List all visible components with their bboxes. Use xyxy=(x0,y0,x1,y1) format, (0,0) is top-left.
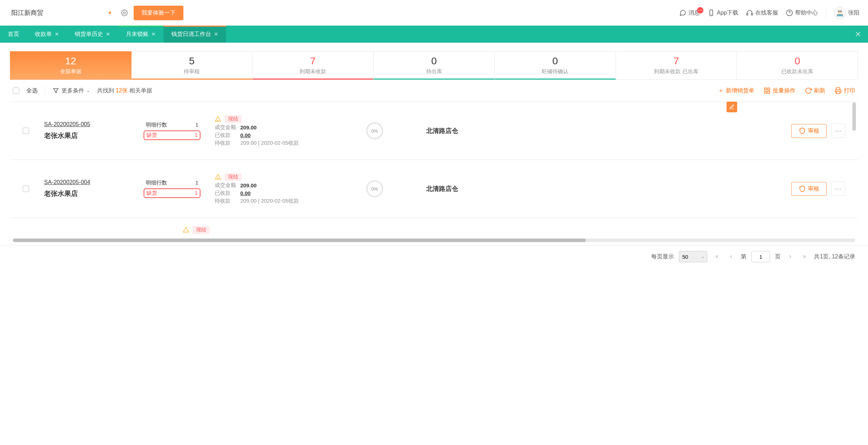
pending-label: 待收款 xyxy=(215,198,237,204)
edit-button[interactable] xyxy=(727,102,737,112)
company-name: 阳江新商贸 xyxy=(11,9,43,17)
batch-button[interactable]: 批量操作 xyxy=(763,87,795,95)
order-link[interactable]: SA-20200205-004 xyxy=(44,179,90,185)
avatar-icon xyxy=(834,7,846,19)
stockout-count: 1 xyxy=(195,132,198,139)
more-button[interactable]: ⋯ xyxy=(831,124,845,138)
add-order-button[interactable]: ＋ 新增销货单 xyxy=(718,87,754,95)
try-button[interactable]: 我要体验一下 xyxy=(134,6,183,20)
found-prefix: 共找到 xyxy=(97,87,114,93)
amount-label: 成交金额 xyxy=(215,124,237,131)
stat-label: 待审核 xyxy=(184,68,200,75)
found-suffix: 相关单据 xyxy=(129,87,152,93)
close-all-tabs[interactable] xyxy=(848,26,868,43)
help-center-label: 帮助中心 xyxy=(795,9,818,17)
page-summary: 共1页, 12条记录 xyxy=(814,253,855,261)
last-page-button[interactable] xyxy=(800,252,809,261)
close-icon[interactable]: ✕ xyxy=(55,31,59,37)
stat-accent xyxy=(495,79,616,80)
tab-2[interactable]: 销货单历史✕ xyxy=(67,26,118,43)
notification-dot-icon xyxy=(697,7,703,14)
plus-icon: ＋ xyxy=(718,87,724,95)
lines-label: 明细行数 xyxy=(146,179,167,186)
amount-col: 现结成交金额209.00已收款0.00待收款209.00 | 2020-02-0… xyxy=(215,172,343,205)
order-row: SA-20200205-004老张水果店明细行数1缺货1现结成交金额209.00… xyxy=(10,160,858,218)
received-value[interactable]: 0.00 xyxy=(240,190,251,196)
close-icon[interactable]: ✕ xyxy=(214,31,218,37)
tab-accent xyxy=(118,26,164,27)
tab-3[interactable]: 月末锁账✕ xyxy=(118,26,164,43)
received-value[interactable]: 0.00 xyxy=(240,132,251,138)
row-actions: 审核⋯ xyxy=(791,182,845,196)
stat-card-0[interactable]: 12全部单据 xyxy=(10,51,132,80)
prev-page-button[interactable] xyxy=(727,252,736,261)
stat-num: 7 xyxy=(674,56,679,66)
tab-0[interactable]: 首页 xyxy=(0,26,27,43)
scrollbar-thumb[interactable] xyxy=(13,238,586,242)
stat-row: 12全部单据5待审核7到期未收款0待出库0旺铺待确认7到期未收款 已出库0已收款… xyxy=(0,43,868,80)
help-center-link[interactable]: 帮助中心 xyxy=(786,9,818,17)
stat-card-3[interactable]: 0待出库 xyxy=(374,51,495,80)
more-filters-label: 更多条件 xyxy=(61,87,84,95)
stockout-label: 缺货 xyxy=(146,190,157,197)
tab-label: 月末锁账 xyxy=(126,31,149,38)
chevron-down-icon: ▼ xyxy=(107,10,112,16)
svg-rect-1 xyxy=(709,10,712,16)
received-label: 已收款 xyxy=(215,190,237,197)
per-page-select[interactable]: 50 xyxy=(679,251,707,262)
stat-card-2[interactable]: 7到期未收款 xyxy=(252,51,374,80)
stat-label: 到期未收款 已出库 xyxy=(654,68,698,75)
progress-col: 0% xyxy=(357,122,392,139)
online-cs-link[interactable]: 在线客服 xyxy=(746,9,778,17)
next-page-button[interactable] xyxy=(786,252,795,261)
stat-card-4[interactable]: 0旺铺待确认 xyxy=(495,51,616,80)
refresh-button[interactable]: 刷新 xyxy=(805,87,825,95)
top-bar: 阳江新商贸 ▼ 我要体验一下 消息 App下载 在线客服 帮助中心 张阳 xyxy=(0,0,868,26)
close-icon[interactable]: ✕ xyxy=(151,31,156,37)
more-button[interactable]: ⋯ xyxy=(831,182,845,196)
stat-card-6[interactable]: 0已收款未出库 xyxy=(737,51,858,80)
close-icon xyxy=(854,31,862,38)
audit-label: 审核 xyxy=(808,127,819,135)
stat-accent xyxy=(252,79,373,80)
gear-icon[interactable] xyxy=(121,9,128,16)
tab-4[interactable]: 钱货日清工作台✕ xyxy=(164,26,226,43)
app-download-label: App下载 xyxy=(717,9,738,17)
progress-col: 0% xyxy=(357,180,392,197)
audit-button[interactable]: 审核 xyxy=(791,124,827,138)
messages-link[interactable]: 消息 xyxy=(679,9,700,17)
stat-label: 待出库 xyxy=(426,68,442,75)
print-label: 打印 xyxy=(844,87,855,95)
print-icon xyxy=(835,87,842,94)
customer-name: 老张水果店 xyxy=(44,131,129,140)
close-icon[interactable]: ✕ xyxy=(106,31,110,37)
found-text: 共找到 12张 相关单据 xyxy=(97,87,152,95)
company-select[interactable]: 阳江新商贸 ▼ xyxy=(9,7,115,18)
row-actions: 审核⋯ xyxy=(791,124,845,138)
first-page-button[interactable] xyxy=(712,252,722,261)
stat-card-5[interactable]: 7到期未收款 已出库 xyxy=(616,51,737,80)
user-profile[interactable]: 张阳 xyxy=(834,7,859,19)
more-filters-button[interactable]: 更多条件 ⌄ xyxy=(52,87,90,95)
amount-value: 209.00 xyxy=(240,182,257,188)
lines-col: 明细行数1缺货1 xyxy=(144,122,200,140)
app-download-link[interactable]: App下载 xyxy=(708,9,738,17)
found-count: 12张 xyxy=(116,87,128,93)
chevron-down-icon: ⌄ xyxy=(86,88,90,93)
scrollbar-horizontal[interactable] xyxy=(13,238,855,242)
progress-ring: 0% xyxy=(366,180,383,197)
order-link[interactable]: SA-20200205-005 xyxy=(44,121,90,127)
tab-1[interactable]: 收款单✕ xyxy=(27,26,67,43)
audit-button[interactable]: 审核 xyxy=(791,182,827,196)
tab-label: 销货单历史 xyxy=(75,31,103,38)
stat-accent xyxy=(374,79,494,80)
pending-value: 209.00 | 2020-02-05收款 xyxy=(240,140,299,146)
row-checkbox[interactable] xyxy=(23,186,29,192)
stockout-badge: 缺货1 xyxy=(144,188,200,198)
page-input[interactable] xyxy=(751,251,770,262)
print-button[interactable]: 打印 xyxy=(835,87,855,95)
row-checkbox[interactable] xyxy=(23,128,29,134)
select-all-checkbox[interactable] xyxy=(13,87,19,94)
stat-card-1[interactable]: 5待审核 xyxy=(132,51,253,80)
stat-num: 0 xyxy=(431,56,437,66)
